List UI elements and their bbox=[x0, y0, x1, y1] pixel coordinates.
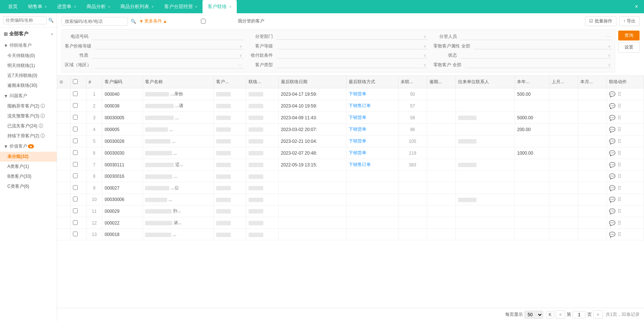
row-select-cell[interactable] bbox=[70, 88, 86, 100]
row-checkbox[interactable] bbox=[73, 115, 78, 120]
group-pending-contact[interactable]: ▼ 待联络客户 bbox=[0, 40, 57, 51]
row-last-way[interactable] bbox=[346, 205, 398, 217]
tab-product-analysis-list[interactable]: 商品分析列表 × bbox=[115, 0, 159, 13]
sidebar-item-class-b[interactable]: B类客户(33) bbox=[0, 172, 57, 181]
more-action-icon[interactable]: ⠿ bbox=[617, 91, 621, 97]
col-last-month[interactable]: 上月... bbox=[549, 76, 578, 88]
more-action-icon[interactable]: ⠿ bbox=[617, 138, 621, 144]
last-way-link[interactable]: 下销货单 bbox=[349, 91, 366, 96]
row-actions[interactable]: 💬⠿ bbox=[606, 182, 644, 194]
col-settings[interactable]: ⚙ bbox=[57, 76, 70, 88]
row-select-cell[interactable] bbox=[70, 112, 86, 124]
col-this-year[interactable]: 本年... bbox=[515, 76, 549, 88]
row-last-way[interactable] bbox=[346, 229, 398, 240]
all-customers-section[interactable]: ⊞ 全部客户 « bbox=[0, 28, 57, 40]
row-checkbox[interactable] bbox=[73, 220, 78, 225]
contact-icon[interactable]: 💬 bbox=[609, 208, 615, 214]
col-last-date[interactable]: 最后联络日期 bbox=[278, 76, 346, 88]
sidebar-search-icon[interactable]: 🔍 bbox=[48, 18, 54, 23]
row-checkbox[interactable] bbox=[73, 138, 78, 143]
row-select-cell[interactable] bbox=[70, 182, 86, 194]
more-action-icon[interactable]: ⠿ bbox=[617, 208, 621, 214]
contact-icon[interactable]: 💬 bbox=[609, 115, 615, 121]
sidebar-item-tomorrow[interactable]: 明天待联络(1) bbox=[0, 61, 57, 71]
row-last-way[interactable] bbox=[346, 194, 398, 205]
col-c1[interactable]: 客户... bbox=[214, 76, 246, 88]
manager-more-icon[interactable]: ··· bbox=[607, 34, 610, 39]
row-select-cell[interactable] bbox=[70, 100, 86, 112]
row-checkbox[interactable] bbox=[73, 197, 78, 201]
price-level-select[interactable]: ∨ bbox=[95, 43, 243, 49]
row-select-cell[interactable] bbox=[70, 124, 86, 135]
customer-type-select[interactable]: ∨ bbox=[277, 62, 428, 68]
region-more-icon[interactable]: ··· bbox=[238, 62, 242, 67]
sidebar-item-class-c[interactable]: C类客户(6) bbox=[0, 181, 57, 191]
row-checkbox[interactable] bbox=[73, 232, 78, 236]
retail-attr-select[interactable]: ∨ bbox=[474, 43, 612, 49]
tab-sales-order[interactable]: 销售单 × bbox=[23, 0, 52, 13]
close-tab-tier[interactable]: × bbox=[195, 4, 197, 9]
row-actions[interactable]: 💬⠿ bbox=[606, 100, 644, 112]
select-all-checkbox[interactable] bbox=[73, 79, 78, 84]
per-page-select[interactable]: 50 20 100 bbox=[524, 311, 543, 319]
next-page-button[interactable]: ＞ bbox=[593, 310, 603, 319]
row-select-cell[interactable] bbox=[70, 171, 86, 182]
contact-icon[interactable]: 💬 bbox=[609, 232, 615, 237]
pay-terms-select[interactable]: ∨ bbox=[277, 53, 428, 59]
sidebar-item-ungrouped[interactable]: 未分组(32) bbox=[0, 152, 57, 162]
col-not-contact[interactable]: 未联... bbox=[398, 76, 427, 88]
col-name[interactable]: 客户名称 bbox=[143, 76, 214, 88]
row-actions[interactable]: 💬⠿ bbox=[606, 147, 644, 159]
row-checkbox[interactable] bbox=[73, 208, 78, 213]
tab-product-analysis[interactable]: 商品分析 × bbox=[81, 0, 115, 13]
contact-icon[interactable]: 💬 bbox=[609, 103, 615, 109]
contact-icon[interactable]: 💬 bbox=[609, 162, 615, 168]
row-last-way[interactable]: 下销货单 bbox=[346, 147, 398, 159]
last-way-link[interactable]: 下销货单 bbox=[349, 150, 366, 155]
close-tab-product-list[interactable]: × bbox=[151, 4, 154, 9]
row-checkbox[interactable] bbox=[73, 173, 78, 178]
row-actions[interactable]: 💬⠿ bbox=[606, 217, 644, 229]
more-action-icon[interactable]: ⠿ bbox=[617, 103, 621, 109]
row-checkbox[interactable] bbox=[73, 185, 78, 190]
sidebar-item-class-a[interactable]: A类客户(1) bbox=[0, 162, 57, 172]
main-search-icon[interactable]: 🔍 bbox=[131, 19, 136, 24]
sidebar-item-7days[interactable]: 近7天待联络(0) bbox=[0, 71, 57, 81]
tab-customer-tier[interactable]: 客户分层经营 × bbox=[159, 0, 203, 13]
my-customers-check[interactable] bbox=[170, 19, 236, 24]
prev-page-button[interactable]: ＜ bbox=[556, 310, 565, 319]
settings-icon[interactable]: ⚙ bbox=[59, 80, 63, 85]
row-select-cell[interactable] bbox=[70, 205, 86, 217]
more-action-icon[interactable]: ⠿ bbox=[617, 185, 621, 191]
contact-icon[interactable]: 💬 bbox=[609, 197, 615, 202]
contact-icon[interactable]: 💬 bbox=[609, 173, 615, 179]
last-way-link[interactable]: 下销货单 bbox=[349, 127, 366, 132]
more-action-icon[interactable]: ⠿ bbox=[617, 162, 621, 168]
collapse-icon[interactable]: « bbox=[51, 32, 53, 36]
more-action-icon[interactable]: ⠿ bbox=[617, 150, 621, 156]
more-conditions-btn[interactable]: ▼ 更多条件 ▲ bbox=[139, 18, 167, 24]
row-last-way[interactable] bbox=[346, 217, 398, 229]
sidebar-item-today[interactable]: 今天待联络(0) bbox=[0, 51, 57, 61]
contact-icon[interactable]: 💬 bbox=[609, 150, 615, 156]
row-checkbox[interactable] bbox=[73, 103, 78, 108]
close-window-button[interactable]: × bbox=[632, 3, 641, 10]
col-contacts[interactable]: 往来单位联系人 bbox=[455, 76, 515, 88]
level-select[interactable]: ∨ bbox=[277, 43, 428, 49]
row-last-way[interactable]: 下销货单 bbox=[346, 112, 398, 124]
row-checkbox[interactable] bbox=[73, 162, 78, 167]
sidebar-item-overdue[interactable]: 逾期未联络(30) bbox=[0, 81, 57, 91]
batch-operation-button[interactable]: ☑ 批量操作 bbox=[585, 16, 616, 26]
col-overdue[interactable]: 逾期... bbox=[427, 76, 455, 88]
first-page-button[interactable]: K bbox=[546, 311, 554, 318]
row-checkbox[interactable] bbox=[73, 150, 78, 155]
row-select-cell[interactable] bbox=[70, 194, 86, 205]
row-select-cell[interactable] bbox=[70, 229, 86, 240]
row-select-cell[interactable] bbox=[70, 217, 86, 229]
col-last-way[interactable]: 最后联络方式 bbox=[346, 76, 398, 88]
more-action-icon[interactable]: ⠿ bbox=[617, 173, 621, 179]
more-action-icon[interactable]: ⠿ bbox=[617, 115, 621, 121]
row-actions[interactable]: 💬⠿ bbox=[606, 159, 644, 171]
more-action-icon[interactable]: ⠿ bbox=[617, 220, 621, 226]
row-select-cell[interactable] bbox=[70, 135, 86, 147]
